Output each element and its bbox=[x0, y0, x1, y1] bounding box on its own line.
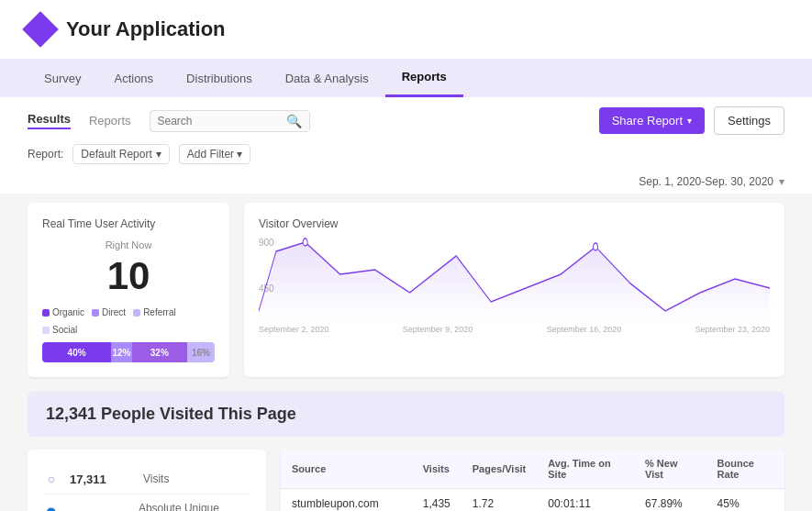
legend-label-direct: Direct bbox=[102, 307, 126, 317]
search-box[interactable]: 🔍 bbox=[150, 110, 310, 132]
app-title: Your Application bbox=[66, 17, 226, 41]
nav-item-survey[interactable]: Survey bbox=[28, 61, 97, 96]
chart-svg-area: September 2, 2020 September 9, 2020 Sept… bbox=[259, 238, 770, 348]
cell-visits: 1,435 bbox=[412, 489, 462, 512]
right-now-label: Right Now bbox=[42, 239, 215, 250]
chart-x-labels: September 2, 2020 September 9, 2020 Sept… bbox=[259, 325, 770, 334]
date-range-text: Sep. 1, 2020-Sep. 30, 2020 bbox=[639, 175, 773, 188]
report-filter-label: Report: bbox=[28, 148, 63, 161]
table-wrapper: Source Visits Pages/Visit Avg. Time on S… bbox=[281, 450, 784, 511]
bar-organic: 40% bbox=[42, 342, 111, 362]
realtime-title: Real Time User Activity bbox=[42, 217, 215, 230]
bar-direct: 12% bbox=[111, 342, 132, 362]
toolbar: Results Reports 🔍 Share Report ▾ Setting… bbox=[0, 97, 812, 140]
table-header-row: Source Visits Pages/Visit Avg. Time on S… bbox=[281, 450, 784, 489]
default-report-select[interactable]: Default Report ▾ bbox=[72, 144, 169, 164]
legend-label-referral: Referral bbox=[143, 307, 176, 317]
stat-row-visits: ○ 17,311 Visits bbox=[42, 464, 251, 494]
tab-results[interactable]: Results bbox=[28, 112, 71, 129]
visits-value: 17,311 bbox=[70, 472, 134, 486]
stats-panel: ○ 17,311 Visits 👤 12,351 Absolute Unique… bbox=[28, 450, 266, 511]
nav-item-distributions[interactable]: Distributions bbox=[170, 61, 269, 96]
share-report-button[interactable]: Share Report ▾ bbox=[599, 107, 705, 134]
unique-value: 12,351 bbox=[69, 508, 129, 512]
add-filter-arrow-icon: ▾ bbox=[237, 148, 242, 161]
search-icon: 🔍 bbox=[286, 114, 302, 128]
visited-text: 12,341 People Visited This Page bbox=[46, 405, 296, 423]
col-avgtime: Avg. Time on Site bbox=[537, 450, 634, 489]
visits-icon: ○ bbox=[42, 472, 61, 486]
realtime-count: 10 bbox=[42, 254, 215, 298]
legend-organic: Organic bbox=[42, 307, 84, 317]
tab-reports[interactable]: Reports bbox=[89, 114, 131, 128]
settings-button[interactable]: Settings bbox=[714, 106, 784, 135]
visits-label: Visits bbox=[143, 472, 169, 485]
col-pages: Pages/Visit bbox=[462, 450, 538, 489]
legend-dot-social bbox=[42, 327, 50, 334]
filter-row: Report: Default Report ▾ Add Filter ▾ bbox=[0, 140, 812, 172]
bar-referral: 32% bbox=[132, 342, 187, 362]
visited-banner: 12,341 People Visited This Page bbox=[28, 392, 784, 437]
cell-newvisits: 67.89% bbox=[634, 489, 706, 512]
toolbar-right: Share Report ▾ Settings bbox=[599, 106, 784, 135]
legend-dot-direct bbox=[92, 309, 99, 317]
line-chart-svg bbox=[259, 238, 770, 320]
nav-item-data-analysis[interactable]: Data & Analysis bbox=[269, 61, 385, 96]
add-filter-button[interactable]: Add Filter ▾ bbox=[179, 144, 250, 164]
realtime-panel: Real Time User Activity Right Now 10 Org… bbox=[28, 203, 229, 377]
visitor-title: Visitor Overview bbox=[259, 217, 770, 230]
legend-dot-referral bbox=[133, 309, 140, 317]
legend-referral: Referral bbox=[133, 307, 176, 317]
col-source: Source bbox=[281, 450, 412, 489]
svg-point-4 bbox=[594, 243, 598, 250]
nav-bar: Survey Actions Distributions Data & Anal… bbox=[0, 59, 812, 97]
col-newvist: % New Vist bbox=[634, 450, 706, 489]
col-visits: Visits bbox=[412, 450, 462, 489]
legend-dot-organic bbox=[42, 309, 50, 317]
legend-label-social: Social bbox=[52, 325, 77, 335]
cell-pages: 1.72 bbox=[462, 489, 538, 512]
main-content: Real Time User Activity Right Now 10 Org… bbox=[0, 194, 812, 511]
realtime-bar: 40% 12% 32% 16% bbox=[42, 342, 215, 362]
nav-item-reports[interactable]: Reports bbox=[385, 59, 463, 97]
legend-direct: Direct bbox=[92, 307, 126, 317]
legend-social: Social bbox=[42, 325, 77, 335]
panels-row: Real Time User Activity Right Now 10 Org… bbox=[28, 203, 784, 377]
realtime-legend: Organic Direct Referral Social bbox=[42, 307, 215, 335]
col-bounce: Bounce Rate bbox=[706, 450, 784, 489]
date-dropdown-icon[interactable]: ▾ bbox=[779, 175, 784, 188]
nav-item-actions[interactable]: Actions bbox=[97, 61, 170, 96]
app-logo bbox=[22, 11, 59, 48]
cell-source: stumbleupon.com bbox=[281, 489, 412, 512]
app-header: Your Application bbox=[0, 0, 812, 59]
unique-label: Absolute Unique Visitors bbox=[139, 502, 251, 511]
svg-point-3 bbox=[303, 239, 307, 246]
unique-icon: 👤 bbox=[42, 507, 60, 511]
stat-row-unique: 👤 12,351 Absolute Unique Visitors bbox=[42, 494, 251, 511]
dropdown-arrow-icon: ▾ bbox=[156, 148, 161, 161]
legend-label-organic: Organic bbox=[52, 307, 84, 317]
bar-social: 16% bbox=[187, 342, 215, 362]
toolbar-left: Results Reports 🔍 bbox=[28, 110, 310, 132]
share-dropdown-arrow: ▾ bbox=[687, 116, 692, 126]
bottom-row: ○ 17,311 Visits 👤 12,351 Absolute Unique… bbox=[28, 450, 784, 511]
cell-avgtime: 00:01:11 bbox=[537, 489, 634, 512]
date-row: Sep. 1, 2020-Sep. 30, 2020 ▾ bbox=[0, 172, 812, 194]
search-input[interactable] bbox=[158, 115, 286, 128]
table-panel: Source Visits Pages/Visit Avg. Time on S… bbox=[281, 450, 784, 511]
table-row: stumbleupon.com 1,435 1.72 00:01:11 67.8… bbox=[281, 489, 784, 512]
chart-container: 900 450 bbox=[259, 238, 770, 348]
visitor-panel: Visitor Overview 900 450 bbox=[244, 203, 784, 377]
cell-bounce: 45% bbox=[706, 489, 784, 512]
data-table: Source Visits Pages/Visit Avg. Time on S… bbox=[281, 450, 784, 511]
